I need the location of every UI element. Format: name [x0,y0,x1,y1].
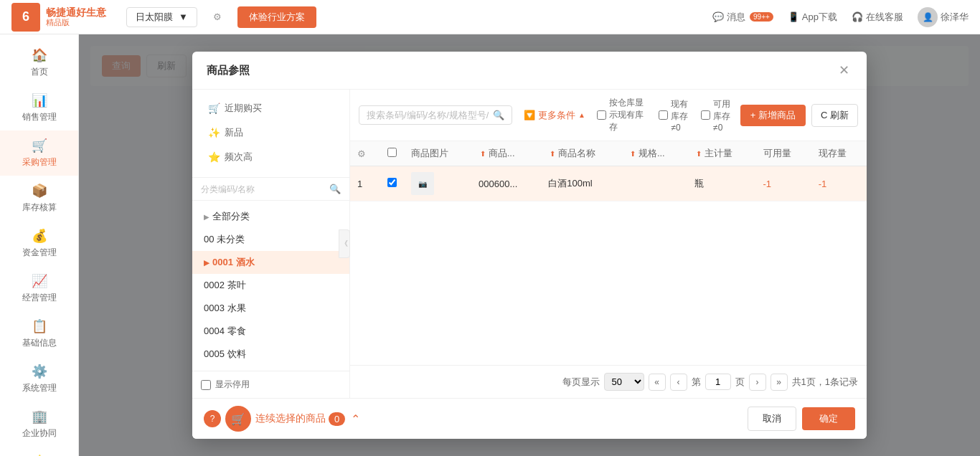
settings-icon[interactable]: ⚙ [206,6,229,29]
first-page-btn[interactable]: « [649,374,666,391]
sidebar-item-purchase[interactable]: 🛒 采购管理 [0,130,78,176]
cart-count: 0 [329,412,345,426]
page-label: 第 [692,376,701,389]
new-items-btn[interactable]: ✨ 新品 [201,121,341,144]
pagination: 每页显示 50 100 200 « ‹ 第 页 › [350,365,867,398]
user-menu[interactable]: 👤 徐泽华 [918,7,969,27]
category-0004[interactable]: 0004 零食 [192,320,349,343]
col-unit[interactable]: ⬆ 主计量 [687,141,755,166]
quick-filters: 🛒 近期购买 ✨ 新品 ⭐ 频次高 [192,90,349,178]
cell-code: 000600... [471,166,541,201]
warehouse-filter-label[interactable]: 按仓库显示现有库存 [597,97,651,133]
sidebar-item-ops[interactable]: 📈 经营管理 [0,266,78,311]
add-product-button[interactable]: + 新增商品 [740,105,806,126]
sidebar-item-system[interactable]: ⚙️ 系统管理 [0,356,78,402]
product-table: ⚙ 商品图片 ⬆ 商品... [350,141,867,201]
page-suffix: 页 [735,376,745,389]
table-row[interactable]: 1 📷 000600... 白酒100ml 瓶 [350,166,867,201]
help-icon[interactable]: ? [204,410,221,427]
col-select-all[interactable] [380,141,404,166]
page-info: 共1页，1条记录 [792,376,858,389]
last-page-btn[interactable]: » [771,374,788,391]
inventory-icon: 📦 [32,183,47,199]
col-settings[interactable]: ⚙ [350,141,380,166]
cell-checkbox[interactable] [380,166,404,201]
sidebar-item-guide[interactable]: 🌟 新手引导 [0,447,78,456]
sidebar-item-home[interactable]: 🏠 首页 [0,40,78,85]
product-search-input[interactable] [367,110,489,120]
modal-body: 🛒 近期购买 ✨ 新品 ⭐ 频次高 [192,90,867,398]
sidebar: 🏠 首页 📊 销售管理 🛒 采购管理 📦 库存核算 💰 资金管理 📈 经营管理 … [0,34,79,456]
category-0003[interactable]: 0003 水果 [192,297,349,320]
available-filter-checkbox[interactable] [701,110,710,120]
product-table-area: ⚙ 商品图片 ⬆ 商品... [350,141,867,365]
sort-icon: ⬆ [696,150,702,158]
col-code[interactable]: ⬆ 商品... [471,141,541,166]
col-spec[interactable]: ⬆ 规格... [621,141,687,166]
sort-icon: ⬆ [480,150,486,158]
per-page-label: 每页显示 [562,376,600,389]
content-area: 查询 刷新 设置 商品参照 ✕ 🛒 [79,34,980,456]
category-search-icon[interactable]: 🔍 [329,184,341,194]
right-panel: 🔍 🔽 更多条件 ▲ 按仓库显示现有库存 [350,90,867,398]
warehouse-filter-checkbox[interactable] [597,110,606,120]
purchase-icon: 🛒 [32,138,47,153]
topnav: 6 畅捷通好生意 精品版 日太阳膜 ▼ ⚙ 体验行业方案 💬 消息 99+ 📱 … [0,0,980,34]
search-toolbar: 🔍 🔽 更多条件 ▲ 按仓库显示现有库存 [350,90,867,141]
app-download-btn[interactable]: 📱 App下载 [788,11,837,24]
expand-icon[interactable]: ⌃ [351,412,360,426]
category-0001[interactable]: ▶ 0001 酒水 [192,251,349,274]
available-filter-label[interactable]: 可用库存≠0 [701,98,735,133]
refresh-button[interactable]: C 刷新 [811,104,858,127]
show-disabled-checkbox[interactable] [201,380,211,390]
search-icon[interactable]: 🔍 [493,110,504,120]
chevron-down-icon: ▼ [179,11,188,22]
app-logo: 6 [11,3,40,32]
category-list: ▶ 全部分类 00 未分类 ▶ 0001 酒水 0002 茶 [192,201,349,371]
prev-page-btn[interactable]: ‹ [670,374,687,391]
message-btn[interactable]: 💬 消息 99+ [712,11,773,24]
row-checkbox[interactable] [387,178,397,187]
frequent-btn[interactable]: ⭐ 频次高 [201,146,341,168]
sidebar-item-sales[interactable]: 📊 销售管理 [0,85,78,130]
page-input[interactable] [705,374,731,390]
category-all[interactable]: ▶ 全部分类 [192,205,349,228]
cart-icon[interactable]: 🛒 [225,406,251,432]
category-0008[interactable]: 0008 水 [192,366,349,371]
category-search-input[interactable] [201,184,325,194]
cell-no: 1 [350,166,380,201]
footer-actions: 取消 确定 [748,407,855,431]
trial-button[interactable]: 体验行业方案 [237,6,316,28]
next-page-btn[interactable]: › [749,374,766,391]
table-body: 1 📷 000600... 白酒100ml 瓶 [350,166,867,201]
selector-dropdown[interactable]: 日太阳膜 ▼ [126,7,197,27]
sidebar-item-basic[interactable]: 📋 基础信息 [0,311,78,356]
close-icon[interactable]: ✕ [835,62,852,79]
sidebar-item-enterprise[interactable]: 🏢 企业协同 [0,402,78,447]
cell-spec [621,166,687,201]
category-00[interactable]: 00 未分类 [192,228,349,251]
product-reference-modal: 商品参照 ✕ 🛒 近期购买 ✨ [192,52,867,439]
more-filters-btn[interactable]: 🔽 更多条件 ▲ [518,105,591,125]
collapse-panel-btn[interactable]: 《 [339,229,350,258]
confirm-button[interactable]: 确定 [802,407,855,430]
cancel-button[interactable]: 取消 [748,407,796,431]
online-service-btn[interactable]: 🎧 在线客服 [852,11,903,24]
recent-buy-btn[interactable]: 🛒 近期购买 [201,97,341,120]
table-header-row: ⚙ 商品图片 ⬆ 商品... [350,141,867,166]
category-0002[interactable]: 0002 茶叶 [192,274,349,297]
select-all-checkbox[interactable] [387,148,397,157]
per-page-select[interactable]: 50 100 200 [604,373,644,391]
modal-title: 商品参照 [207,64,250,77]
stock-filter-checkbox[interactable] [659,110,668,120]
show-disabled-row: 显示停用 [192,371,349,398]
filter-options: 按仓库显示现有库存 现有库存≠0 可用库存≠0 [597,97,735,133]
brand-sub: 精品版 [46,18,109,27]
modal-overlay: 商品参照 ✕ 🛒 近期购买 ✨ [79,34,980,456]
col-available: 可用量 [756,141,811,166]
sidebar-item-finance[interactable]: 💰 资金管理 [0,221,78,266]
category-0005[interactable]: 0005 饮料 [192,343,349,366]
sidebar-item-inventory[interactable]: 📦 库存核算 [0,176,78,221]
stock-filter-label[interactable]: 现有库存≠0 [659,98,692,133]
col-name[interactable]: ⬆ 商品名称 [541,141,621,166]
